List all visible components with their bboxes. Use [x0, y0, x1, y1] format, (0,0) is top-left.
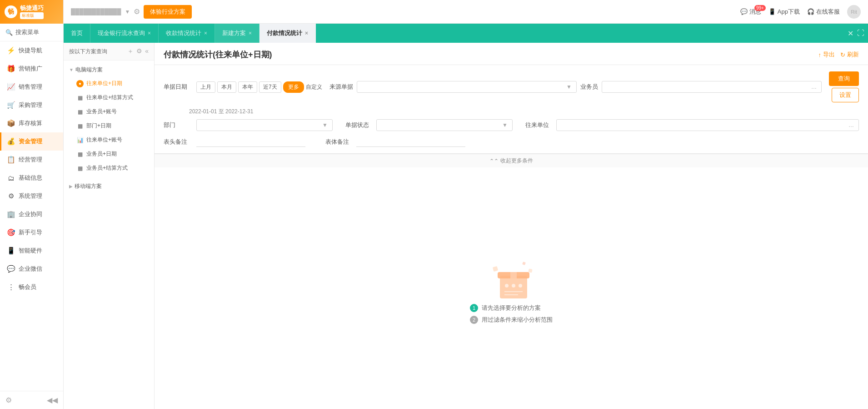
online-service-btn[interactable]: 🎧 在线客服 — [807, 8, 840, 16]
mobile-schemes-label: 移动端方案 — [75, 182, 102, 190]
company-icon: 🏢 — [7, 210, 15, 218]
message-badge: 99+ — [754, 5, 766, 11]
header-note-input[interactable] — [196, 136, 305, 147]
collapse-bar[interactable]: ⌃⌃ 收起更多条件 — [155, 154, 868, 167]
tab-payment-close-icon[interactable]: × — [305, 30, 308, 36]
sidebar: 畅 畅捷通巧 标准版 🔍 搜索菜单 ⚡ 快捷导航 🎁 营销推广 📈 销售管理 🛒… — [0, 0, 64, 409]
sidebar-item-purchase[interactable]: 🛒 采购管理 — [0, 96, 63, 114]
tab-new-scheme[interactable]: 新建方案 × — [215, 24, 259, 43]
collapse-panel-icon[interactable]: « — [145, 47, 149, 56]
pc-schemes-header[interactable]: ▼ 电脑端方案 — [64, 63, 154, 76]
sidebar-header: 畅 畅捷通巧 标准版 — [0, 0, 63, 24]
sidebar-item-guide[interactable]: 🎯 新手引导 — [0, 223, 63, 242]
scheme-salesman-settlement[interactable]: ▦ 业务员+结算方式 — [64, 161, 154, 175]
service-label: 在线客服 — [816, 8, 840, 16]
hint-text-1: 请先选择要分析的方案 — [482, 304, 541, 312]
tab-payment[interactable]: 付款情况统计 × — [259, 24, 316, 43]
tab-new-close-icon[interactable]: × — [249, 30, 252, 36]
logo-text-block: 畅捷通巧 标准版 — [20, 5, 44, 20]
pc-schemes-label: 电脑端方案 — [75, 66, 103, 74]
sidebar-item-quick-nav[interactable]: ⚡ 快捷导航 — [0, 41, 63, 60]
sidebar-item-hardware[interactable]: 📱 智能硬件 — [0, 242, 63, 260]
date-btn-this-year[interactable]: 本年 — [238, 81, 257, 93]
scheme-unit-settlement[interactable]: ▦ 往来单位+结算方式 — [64, 91, 154, 105]
scheme-chart-icon: 📊 — [76, 136, 84, 144]
tab-bank-close-icon[interactable]: × — [148, 30, 151, 36]
add-scheme-icon[interactable]: ＋ — [127, 47, 134, 56]
sidebar-item-company[interactable]: 🏢 企业协同 — [0, 205, 63, 223]
scheme-salesman-account[interactable]: ▦ 业务员+账号 — [64, 105, 154, 119]
topbar-left: ████████████ ▼ ⚙ 体验行业方案 — [71, 5, 736, 19]
export-icon: ↑ — [818, 51, 822, 58]
topbar-right: 💬 消息 99+ 📱 App下载 🎧 在线客服 Rit — [740, 5, 861, 19]
partner-select[interactable]: … — [556, 119, 859, 131]
purchase-icon: 🛒 — [7, 101, 15, 109]
search-icon: 🔍 — [5, 29, 13, 36]
logo-text: 畅捷通巧 — [20, 5, 44, 12]
date-range-row: 2022-01-01 至 2022-12-31 — [164, 108, 859, 119]
user-avatar[interactable]: Rit — [847, 5, 861, 19]
scheme-unit-account[interactable]: 📊 往来单位+账号 — [64, 133, 154, 147]
collapse-sidebar-icon[interactable]: ◀◀ — [47, 396, 58, 404]
tab-receipts-close-icon[interactable]: × — [204, 30, 207, 36]
inventory-icon: 📦 — [7, 119, 15, 127]
sidebar-item-basic[interactable]: 🗂 基础信息 — [0, 169, 63, 187]
topbar-settings-icon[interactable]: ⚙ — [134, 7, 140, 16]
date-btn-last-month[interactable]: 上月 — [196, 81, 215, 93]
scheme-dept-date[interactable]: ▦ 部门+日期 — [64, 119, 154, 133]
settings-footer-icon[interactable]: ⚙ — [5, 396, 12, 404]
scheme-settings-icon[interactable]: ⚙ — [136, 47, 142, 56]
sidebar-item-sales[interactable]: 📈 销售管理 — [0, 78, 63, 96]
search-menu[interactable]: 🔍 搜索菜单 — [0, 24, 63, 41]
sidebar-item-capital[interactable]: 💰 资金管理 — [0, 132, 63, 151]
sidebar-item-inventory[interactable]: 📦 库存核算 — [0, 114, 63, 132]
mobile-schemes-header[interactable]: ▶ 移动端方案 — [64, 180, 154, 193]
tabbar-expand-icon[interactable]: ⛶ — [857, 29, 864, 37]
sidebar-footer: ⚙ ◀◀ — [0, 391, 63, 409]
hardware-icon: 📱 — [7, 247, 15, 255]
query-btn[interactable]: 查询 — [829, 71, 859, 86]
filter-settings-btn[interactable]: 设置 — [832, 88, 859, 102]
sidebar-item-marketing[interactable]: 🎁 营销推广 — [0, 60, 63, 78]
side-panel: 按以下方案查询 ＋ ⚙ « ▼ 电脑端方案 ● 往来单位+日期 ▦ — [64, 43, 155, 409]
refresh-btn[interactable]: ↻ 刷新 — [840, 50, 859, 59]
tab-bank[interactable]: 现金银行流水查询 × — [90, 24, 159, 43]
sidebar-item-label: 快捷导航 — [19, 46, 42, 55]
message-btn[interactable]: 💬 消息 99+ — [740, 8, 761, 16]
date-btn-last-7-days[interactable]: 近7天 — [259, 81, 281, 93]
refresh-label: 刷新 — [847, 50, 859, 59]
pc-schemes-group: ▼ 电脑端方案 ● 往来单位+日期 ▦ 往来单位+结算方式 ▦ 业务员+账号 ▦ — [64, 61, 154, 178]
salesman-select[interactable]: … — [602, 81, 822, 93]
body-note-input[interactable] — [356, 136, 465, 147]
trial-btn[interactable]: 体验行业方案 — [144, 5, 192, 19]
tabbar-close-all-icon[interactable]: ✕ — [848, 29, 853, 38]
sidebar-item-wechat[interactable]: 💬 企业微信 — [0, 260, 63, 278]
date-btn-this-month[interactable]: 本月 — [217, 81, 236, 93]
source-doc-arrow-icon: ▼ — [566, 84, 572, 90]
dept-select[interactable]: ▼ — [196, 119, 333, 131]
source-doc-select[interactable]: ▼ — [357, 81, 577, 93]
dropdown-arrow-icon[interactable]: ▼ — [125, 9, 130, 15]
empty-illustration — [489, 253, 534, 298]
svg-rect-2 — [510, 272, 517, 278]
tab-receipts[interactable]: 收款情况统计 × — [159, 24, 215, 43]
scheme-salesman-date[interactable]: ▦ 业务员+日期 — [64, 147, 154, 161]
export-label: 导出 — [823, 50, 835, 59]
tab-home[interactable]: 首页 — [64, 24, 90, 43]
export-btn[interactable]: ↑ 导出 — [818, 50, 835, 59]
doc-status-select[interactable]: ▼ — [376, 119, 513, 131]
svg-rect-10 — [522, 262, 526, 265]
app-download-btn[interactable]: 📱 App下载 — [768, 8, 800, 16]
scheme-unit-date[interactable]: ● 往来单位+日期 — [64, 76, 154, 91]
hint-1: 1 请先选择要分析的方案 — [470, 304, 553, 312]
sidebar-item-member[interactable]: ⋮ 畅会员 — [0, 278, 63, 296]
logo-badge: 标准版 — [20, 12, 44, 19]
tab-new-label: 新建方案 — [222, 29, 246, 37]
dept-filter-label: 部门 — [164, 121, 189, 129]
body-note-label: 表体备注 — [325, 138, 349, 146]
scheme-grid-icon: ▦ — [76, 94, 84, 101]
sidebar-item-system[interactable]: ⚙ 系统管理 — [0, 187, 63, 205]
date-btn-more[interactable]: 更多 — [283, 81, 304, 93]
sidebar-item-operation[interactable]: 📋 经营管理 — [0, 151, 63, 169]
service-icon: 🎧 — [807, 8, 814, 15]
